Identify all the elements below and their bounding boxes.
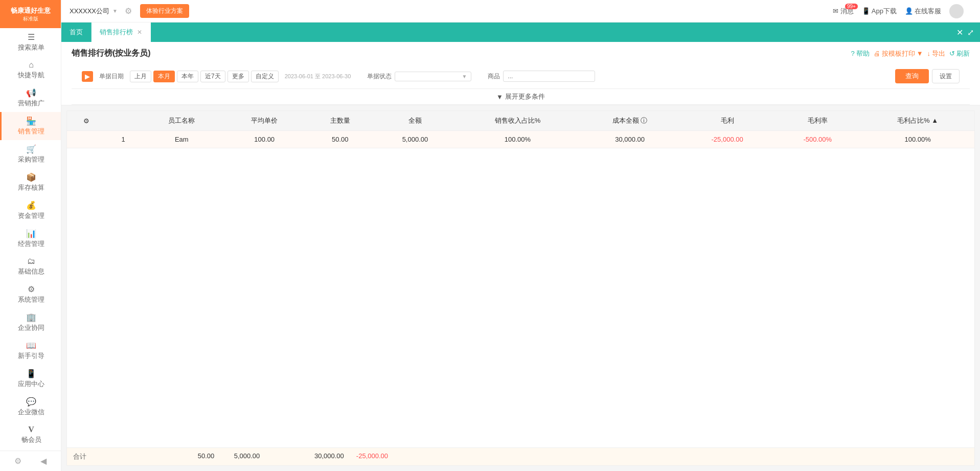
print-icon: 🖨 — [874, 50, 880, 57]
avatar[interactable] — [949, 4, 964, 18]
status-arrow-icon: ▼ — [462, 74, 467, 79]
7days-btn[interactable]: 近7天 — [200, 71, 225, 82]
table-footer: 合计 50.00 5,000.00 30,000.00 -25,000.00 — [67, 447, 974, 465]
col-gross-pct: 毛利占比% ▲ — [861, 111, 974, 131]
prev-month-btn[interactable]: 上月 — [130, 71, 151, 82]
app-download-icon: 📱 — [862, 7, 870, 15]
goods-input[interactable] — [503, 71, 595, 82]
tab-close-icon[interactable]: ✕ — [137, 29, 142, 36]
cur-year-btn[interactable]: 本年 — [177, 71, 198, 82]
cell-settings — [67, 131, 106, 148]
window-close-icon[interactable]: ✕ — [956, 28, 963, 37]
home-icon: ⌂ — [29, 60, 34, 70]
tab-home[interactable]: 首页 — [61, 23, 92, 42]
sidebar-item-label: 畅会员 — [21, 435, 41, 444]
sidebar-item-system[interactable]: ⚙ 系统管理 — [0, 280, 61, 308]
sidebar-item-label: 销售管理 — [18, 127, 44, 136]
cell-gross-rate: -500.00% — [774, 131, 861, 148]
company-selector[interactable]: XXXXXX公司 ▼ — [70, 7, 118, 16]
cell-gross: -25,000.00 — [680, 131, 774, 148]
sidebar-item-marketing[interactable]: 📢 营销推广 — [0, 84, 61, 112]
col-qty: 主数量 — [306, 111, 374, 131]
trial-button[interactable]: 体验行业方案 — [140, 4, 189, 18]
window-expand-icon[interactable]: ⤢ — [967, 28, 974, 37]
col-settings: ⚙ — [67, 111, 106, 131]
topbar-right: ✉ 消息 99+ 📱 App下载 👤 在线客服 — [833, 4, 972, 18]
cell-gross-pct: 100.00% — [861, 131, 974, 148]
sidebar-item-enterprise[interactable]: 🏢 企业协同 — [0, 308, 61, 337]
footer-label: 合计 — [73, 452, 145, 461]
sidebar-item-sales[interactable]: 🏪 销售管理 — [0, 112, 61, 140]
expand-button[interactable]: ▼ 展开更多条件 — [496, 92, 545, 101]
refresh-icon: ↺ — [949, 50, 955, 57]
tab-sales-rank[interactable]: 销售排行榜 ✕ — [92, 23, 151, 42]
sidebar-item-basic-info[interactable]: 🗂 基础信息 — [0, 253, 61, 280]
sidebar-item-label: 经营管理 — [18, 239, 44, 249]
goods-filter: 商品 — [488, 71, 595, 82]
sidebar-item-search-order[interactable]: ☰ 搜索菜单 — [0, 28, 61, 56]
query-button[interactable]: 查询 — [895, 69, 929, 83]
col-cost: 成本全额 ⓘ — [579, 111, 680, 131]
more-btn[interactable]: 更多 — [227, 71, 249, 82]
sidebar-item-label: 企业协同 — [18, 323, 44, 332]
inventory-icon: 📦 — [26, 172, 36, 182]
footer-gross: -25,000.00 — [350, 452, 394, 461]
cell-sales-pct: 100.00% — [455, 131, 579, 148]
table-header-row: ⚙ 员工名称 平均单价 主数量 全额 销售收入占比% 成本全额 ⓘ 毛利 毛利率… — [67, 111, 974, 131]
sidebar-item-wechat[interactable]: 💬 企业微信 — [0, 393, 61, 421]
settings-button[interactable]: 设置 — [932, 69, 960, 83]
sidebar-collapse-icon[interactable]: ◀ — [40, 456, 47, 466]
sidebar-logo: 畅康通好生意 标准版 — [0, 0, 61, 28]
cell-name: Eam — [140, 131, 223, 148]
sidebar-item-guide[interactable]: 📖 新手引导 — [0, 337, 61, 365]
help-button[interactable]: ? 帮助 — [851, 49, 869, 58]
wechat-icon: 💬 — [26, 397, 36, 407]
footer-cost: 30,000.00 — [308, 452, 350, 461]
sidebar-settings-icon[interactable]: ⚙ — [14, 456, 21, 466]
expand-bar: ▼ 展开更多条件 — [72, 89, 970, 105]
logo-title: 畅康通好生意 — [11, 6, 51, 15]
sidebar-item-operations[interactable]: 📊 经营管理 — [0, 225, 61, 253]
col-name: 员工名称 — [140, 111, 223, 131]
sidebar-item-purchase[interactable]: 🛒 采购管理 — [0, 140, 61, 168]
sidebar-item-label: 基础信息 — [18, 267, 44, 276]
data-table: ⚙ 员工名称 平均单价 主数量 全额 销售收入占比% 成本全额 ⓘ 毛利 毛利率… — [67, 111, 974, 148]
topbar: XXXXXX公司 ▼ ⚙ 体验行业方案 ✉ 消息 99+ 📱 App下载 👤 在… — [61, 0, 980, 23]
sidebar-item-finance[interactable]: 💰 资金管理 — [0, 196, 61, 225]
export-label: 导出 — [932, 49, 945, 58]
sidebar-item-app-center[interactable]: 📱 应用中心 — [0, 365, 61, 393]
refresh-button[interactable]: ↺ 刷新 — [949, 49, 970, 58]
custom-btn[interactable]: 自定义 — [251, 71, 279, 82]
sidebar-item-inventory[interactable]: 📦 库存核算 — [0, 168, 61, 196]
table-row: 1Eam100.0050.005,000.00100.00%30,000.00-… — [67, 131, 974, 148]
footer-sales-pct — [267, 452, 308, 461]
status-select[interactable]: ▼ — [395, 72, 471, 81]
cell-qty: 50.00 — [306, 131, 374, 148]
sales-icon: 🏪 — [26, 116, 36, 126]
filter-toggle-icon[interactable]: ▶ — [82, 71, 93, 82]
service-button[interactable]: 👤 在线客服 — [905, 7, 941, 16]
sidebar-item-member[interactable]: V 畅会员 — [0, 421, 61, 448]
sidebar-item-quick-nav[interactable]: ⌂ 快捷导航 — [0, 56, 61, 84]
help-icon: ? — [851, 50, 854, 57]
nav-tabs-right: ✕ ⤢ — [956, 28, 980, 37]
template-print-button[interactable]: 🖨 按模板打印 ▼ — [874, 49, 923, 58]
main-area: XXXXXX公司 ▼ ⚙ 体验行业方案 ✉ 消息 99+ 📱 App下载 👤 在… — [61, 0, 980, 471]
message-button[interactable]: ✉ 消息 99+ — [833, 7, 854, 16]
table-wrapper: ⚙ 员工名称 平均单价 主数量 全额 销售收入占比% 成本全额 ⓘ 毛利 毛利率… — [67, 111, 974, 447]
sidebar-item-label: 系统管理 — [18, 295, 44, 304]
company-arrow-icon: ▼ — [112, 8, 118, 14]
expand-icon: ▼ — [496, 93, 503, 101]
print-arrow-icon: ▼ — [917, 50, 923, 57]
cell-amount: 5,000.00 — [374, 131, 455, 148]
sidebar-item-label: 采购管理 — [18, 155, 44, 164]
date-label: 单据日期 — [99, 72, 124, 81]
cur-month-btn[interactable]: 本月 — [153, 71, 175, 82]
sidebar-item-label: 企业微信 — [18, 408, 44, 417]
marketing-icon: 📢 — [26, 88, 36, 98]
sidebar-item-label: 应用中心 — [18, 379, 44, 389]
app-download-button[interactable]: 📱 App下载 — [862, 7, 897, 16]
export-button[interactable]: ↓ 导出 — [927, 49, 946, 58]
topbar-settings-icon[interactable]: ⚙ — [125, 6, 132, 16]
purchase-icon: 🛒 — [26, 144, 36, 154]
